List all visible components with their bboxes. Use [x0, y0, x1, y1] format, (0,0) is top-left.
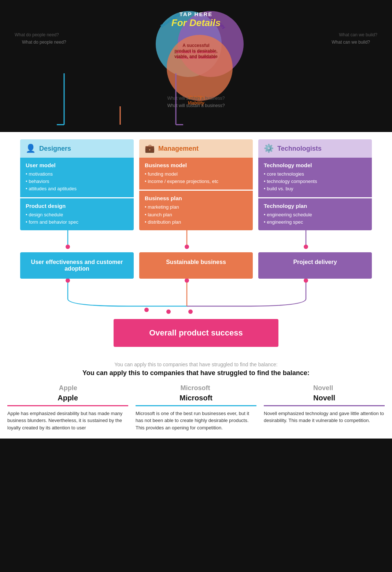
- list-item: distribution plan: [145, 219, 247, 226]
- technologists-tech-plan-section: Technology plan engineering schedule eng…: [258, 198, 372, 230]
- list-item: design schedule: [26, 211, 128, 219]
- converge-svg: [7, 279, 385, 319]
- management-icon: 💼: [145, 144, 155, 153]
- apply-text-gray: You can apply this to companies that hav…: [7, 362, 385, 367]
- list-item: behaviors: [26, 178, 128, 185]
- svg-text:A successful: A successful: [182, 43, 210, 48]
- microsoft-divider: [136, 405, 256, 406]
- companies-row: Apple Apple has emphasized desirability …: [7, 394, 385, 432]
- converge-area: [7, 279, 385, 319]
- overall-success-container: Overall product success: [7, 319, 385, 354]
- list-item: technology components: [264, 178, 366, 185]
- management-business-plan-section: Business plan marketing plan launch plan…: [139, 191, 253, 230]
- business-model-title: Business model: [145, 162, 247, 168]
- management-header: 💼 Management: [139, 139, 253, 158]
- overall-success-box: Overall product success: [114, 319, 278, 347]
- designers-icon: 👤: [26, 144, 36, 153]
- technologists-header: ⚙️ Technologists: [258, 139, 372, 158]
- svg-text:product is desirable,: product is desirable,: [174, 48, 217, 54]
- novell-column: Novell Novell emphasized technology and …: [264, 394, 385, 432]
- apple-column: Apple Apple has emphasized desirability …: [7, 394, 128, 432]
- outcome-technologists: Project delivery: [258, 252, 372, 279]
- svg-text:viable, and buildable: viable, and buildable: [174, 54, 218, 59]
- what-can-build-label: What can we build?: [332, 40, 370, 45]
- companies-section: You can apply this to companies that hav…: [0, 354, 392, 439]
- novell-divider: [264, 405, 385, 406]
- list-item: funding model: [145, 170, 247, 178]
- svg-point-22: [304, 245, 308, 249]
- business-model-list: funding model income / expense projectio…: [145, 170, 247, 185]
- business-plan-list: marketing plan launch plan distribution …: [145, 203, 247, 226]
- novell-name: Novell: [264, 394, 385, 402]
- middle-section: 👤 Designers User model motivations behav…: [0, 132, 392, 354]
- company-names-shadow-row: Apple Microsoft Novell: [7, 384, 385, 392]
- svg-point-24: [185, 279, 189, 283]
- technology-model-title: Technology model: [264, 162, 366, 168]
- what-sustain-shadow: What will sustain a business?: [167, 96, 225, 101]
- technologists-tech-model-section: Technology model core technologies techn…: [258, 158, 372, 197]
- technology-model-list: core technologies technology components …: [264, 170, 366, 193]
- list-item: engineering schedule: [264, 211, 366, 219]
- apple-description: Apple has emphasized desirability but ha…: [7, 410, 128, 432]
- designers-header: 👤 Designers: [20, 139, 134, 158]
- middle-connector-svg: [7, 230, 385, 252]
- list-item: engineering spec: [264, 219, 366, 226]
- product-design-title: Product design: [26, 203, 128, 209]
- outcome-designers: User effectiveness and customer adoption: [20, 252, 134, 279]
- user-model-title: User model: [26, 162, 128, 168]
- svg-point-23: [66, 279, 70, 283]
- management-title: Management: [158, 145, 199, 153]
- designers-title: Designers: [39, 145, 71, 153]
- technologists-title: Technologists: [277, 145, 322, 153]
- technologists-icon: ⚙️: [264, 144, 274, 153]
- product-design-list: design schedule form and behavior spec: [26, 211, 128, 226]
- what-sustain-label: What will sustain a business?: [167, 103, 225, 108]
- list-item: core technologies: [264, 170, 366, 178]
- management-card: 💼 Management Business model funding mode…: [139, 139, 253, 230]
- microsoft-description: Microsoft is one of the best run busines…: [136, 410, 256, 432]
- microsoft-name-shadow: Microsoft: [180, 384, 210, 392]
- apple-name-shadow: Apple: [59, 384, 77, 392]
- svg-point-21: [185, 245, 189, 249]
- list-item: build vs. buy: [264, 185, 366, 192]
- novell-description: Novell emphasized technology and gave li…: [264, 410, 385, 424]
- list-item: launch plan: [145, 211, 247, 219]
- list-item: marketing plan: [145, 203, 247, 211]
- outcomes-row: User effectiveness and customer adoption…: [7, 252, 385, 279]
- technology-plan-list: engineering schedule engineering spec: [264, 211, 366, 226]
- list-item: attitudes and aptitudes: [26, 185, 128, 192]
- business-plan-title: Business plan: [145, 195, 247, 201]
- technologists-card: ⚙️ Technologists Technology model core t…: [258, 139, 372, 230]
- list-item: form and behavior spec: [26, 219, 128, 226]
- svg-point-20: [66, 245, 70, 249]
- microsoft-column: Microsoft Microsoft is one of the best r…: [136, 394, 256, 432]
- user-model-list: motivations behaviors attitudes and apti…: [26, 170, 128, 193]
- designers-user-model-section: User model motivations behaviors attitud…: [20, 158, 134, 197]
- designers-card: 👤 Designers User model motivations behav…: [20, 139, 134, 230]
- list-item: income / expense projections, etc: [145, 178, 247, 185]
- what-people-need-label: What do people need?: [22, 40, 66, 45]
- connectors-middle: [7, 230, 385, 252]
- list-item: motivations: [26, 170, 128, 178]
- designers-product-design-section: Product design design schedule form and …: [20, 198, 134, 230]
- svg-point-26: [144, 308, 149, 312]
- novell-name-shadow: Novell: [313, 384, 333, 392]
- svg-point-28: [188, 309, 193, 314]
- svg-point-25: [304, 279, 308, 283]
- outcome-management: Sustainable business: [139, 252, 253, 279]
- apple-name: Apple: [7, 394, 128, 402]
- what-can-build-shadow: What can we build?: [339, 32, 377, 37]
- management-business-model-section: Business model funding model income / ex…: [139, 158, 253, 190]
- what-people-need-shadow: What do people need?: [15, 32, 59, 37]
- technology-plan-title: Technology plan: [264, 203, 366, 209]
- svg-point-27: [166, 309, 171, 314]
- columns-row: 👤 Designers User model motivations behav…: [7, 139, 385, 230]
- microsoft-name: Microsoft: [136, 394, 256, 402]
- apple-divider: [7, 405, 128, 406]
- apply-text-black: You can apply this to companies that hav…: [7, 369, 385, 377]
